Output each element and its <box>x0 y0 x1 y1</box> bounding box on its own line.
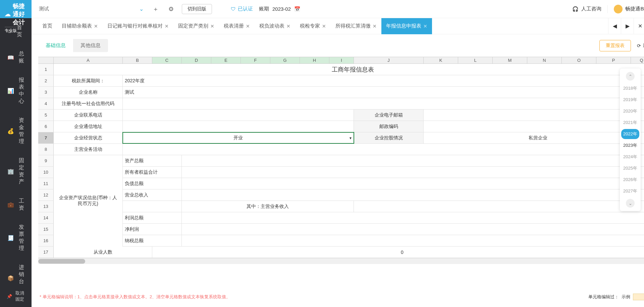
year-2026年[interactable]: 2026年 <box>621 175 639 185</box>
row-header-6[interactable]: 6 <box>38 121 54 132</box>
postcode-value[interactable] <box>424 121 644 132</box>
col-header-Q[interactable]: Q <box>631 57 644 63</box>
tab-close-icon[interactable]: ✕ <box>94 24 98 29</box>
tab-7[interactable]: 所得税汇算清缴✕ <box>331 18 381 34</box>
tab-0[interactable]: 首页 <box>38 18 57 34</box>
phone-value[interactable] <box>123 109 354 121</box>
year-2025年[interactable]: 2025年 <box>621 163 639 173</box>
row-header-13[interactable]: 13 <box>38 201 54 212</box>
tab-close-icon[interactable]: ✕ <box>423 24 427 29</box>
company-selector[interactable]: 测试 ⌄ <box>38 3 145 15</box>
switch-old-version-button[interactable]: 切到旧版 <box>182 4 212 14</box>
accounting-period[interactable]: 账期 2023-02 📅 <box>259 6 301 12</box>
subtab-basic-info[interactable]: 基础信息 <box>38 39 73 52</box>
col-header-B[interactable]: B <box>123 57 152 63</box>
tab-close-icon[interactable]: ✕ <box>165 24 169 29</box>
reset-report-button[interactable]: 重置报表 <box>599 40 631 51</box>
holding-value[interactable]: 私营企业 <box>424 132 644 143</box>
row-header-15[interactable]: 15 <box>38 224 54 235</box>
col-header-L[interactable]: L <box>458 57 493 63</box>
asset-row-value[interactable] <box>182 212 644 223</box>
row-header-11[interactable]: 11 <box>38 178 54 189</box>
year-2018年[interactable]: 2018年 <box>621 83 639 93</box>
nav-item-7[interactable]: 📦进销台账 <box>0 258 32 286</box>
asset-row-value[interactable] <box>182 167 644 178</box>
year-down-button[interactable]: ⌄ <box>626 199 635 208</box>
tab-scroll-right[interactable]: ▶ <box>621 18 634 34</box>
tab-close-icon[interactable]: ✕ <box>246 24 250 29</box>
tab-close-icon[interactable]: ✕ <box>286 24 290 29</box>
row-header-9[interactable]: 9 <box>38 155 54 166</box>
asset-row-value[interactable] <box>182 189 644 201</box>
asset-row-value[interactable] <box>182 178 644 189</box>
sub-income-value[interactable] <box>354 201 644 212</box>
tab-8[interactable]: 年报信息申报表✕ <box>381 18 432 34</box>
unpin-button[interactable]: 📌 取消固定 <box>0 286 32 307</box>
subtab-other-info[interactable]: 其他信息 <box>73 39 108 52</box>
col-header-M[interactable]: M <box>493 57 527 63</box>
nav-item-3[interactable]: 💰资金管理 <box>0 111 32 151</box>
row-header-1[interactable]: 1 <box>38 64 54 75</box>
row-header-4[interactable]: 4 <box>38 98 54 109</box>
asset-row-value[interactable] <box>182 235 644 246</box>
year-2020年[interactable]: 2020年 <box>621 106 639 116</box>
row-header-8[interactable]: 8 <box>38 144 54 155</box>
employee-count-value[interactable]: 0 <box>152 247 644 258</box>
company-name-value[interactable]: 测试 <box>123 87 644 98</box>
col-header-P[interactable]: P <box>596 57 631 63</box>
tab-4[interactable]: 税表清册✕ <box>219 18 255 34</box>
row-header-3[interactable]: 3 <box>38 87 54 98</box>
corner-cell[interactable] <box>38 57 54 63</box>
nav-item-4[interactable]: 🏢固定资产 <box>0 151 32 191</box>
col-header-K[interactable]: K <box>424 57 458 63</box>
nav-item-5[interactable]: 💼工资 <box>0 191 32 218</box>
col-header-E[interactable]: E <box>211 57 241 63</box>
col-header-I[interactable]: I <box>329 57 354 63</box>
year-up-button[interactable]: ⌃ <box>626 72 635 81</box>
main-biz-value[interactable] <box>123 144 644 155</box>
nav-item-1[interactable]: 📖总账 <box>0 44 32 71</box>
col-header-J[interactable]: J <box>354 57 424 63</box>
asset-row-value[interactable] <box>182 155 644 166</box>
biz-status-dropdown[interactable]: 开业 <box>123 132 354 143</box>
row-header-7[interactable]: 7 <box>38 132 54 143</box>
year-2024年[interactable]: 2024年 <box>621 152 639 162</box>
col-header-F[interactable]: F <box>241 57 270 63</box>
nav-item-2[interactable]: 📊报表中心 <box>0 71 32 111</box>
add-button[interactable]: ＋ <box>151 4 160 14</box>
nav-item-6[interactable]: 🧾发票管理 <box>0 218 32 258</box>
horizontal-scrollbar[interactable] <box>38 258 644 264</box>
col-header-O[interactable]: O <box>562 57 596 63</box>
col-header-D[interactable]: D <box>182 57 211 63</box>
tab-scroll-left[interactable]: ◀ <box>608 18 621 34</box>
tab-2[interactable]: 日记账与银行对账单核对✕ <box>103 18 173 34</box>
row-header-16[interactable]: 16 <box>38 235 54 246</box>
col-header-A[interactable]: A <box>54 57 123 63</box>
tab-1[interactable]: 目辅助余额表✕ <box>57 18 103 34</box>
row-header-2[interactable]: 2 <box>38 75 54 86</box>
year-2022年[interactable]: 2022年 <box>621 129 639 139</box>
tab-6[interactable]: 税检专家✕ <box>295 18 331 34</box>
address-value[interactable] <box>123 121 354 132</box>
tab-close-all[interactable]: ✕ <box>634 18 644 34</box>
asset-row-value[interactable] <box>182 224 644 235</box>
nav-item-0[interactable]: ⌂首页 <box>0 18 32 44</box>
period-value[interactable]: 2022年度 <box>123 75 644 86</box>
tab-close-icon[interactable]: ✕ <box>322 24 326 29</box>
tab-close-icon[interactable]: ✕ <box>210 24 214 29</box>
col-header-G[interactable]: G <box>270 57 300 63</box>
support-link[interactable]: 🎧 人工咨询 <box>572 6 601 12</box>
tab-3[interactable]: 固定资产类别✕ <box>173 18 219 34</box>
year-2019年[interactable]: 2019年 <box>621 95 639 105</box>
tab-close-icon[interactable]: ✕ <box>373 24 377 29</box>
user-menu[interactable]: 畅捷通B组... <box>614 5 644 13</box>
row-header-17[interactable]: 17 <box>38 247 54 258</box>
year-2021年[interactable]: 2021年 <box>621 118 639 128</box>
settings-icon[interactable]: ⚙ <box>166 4 176 14</box>
tab-5[interactable]: 税负波动表✕ <box>255 18 295 34</box>
row-header-12[interactable]: 12 <box>38 189 54 201</box>
row-header-14[interactable]: 14 <box>38 212 54 223</box>
year-2023年[interactable]: 2023年 <box>621 140 639 150</box>
refresh-button[interactable]: ⟳ 刷新 <box>637 43 644 49</box>
year-2027年[interactable]: 2027年 <box>621 186 639 196</box>
